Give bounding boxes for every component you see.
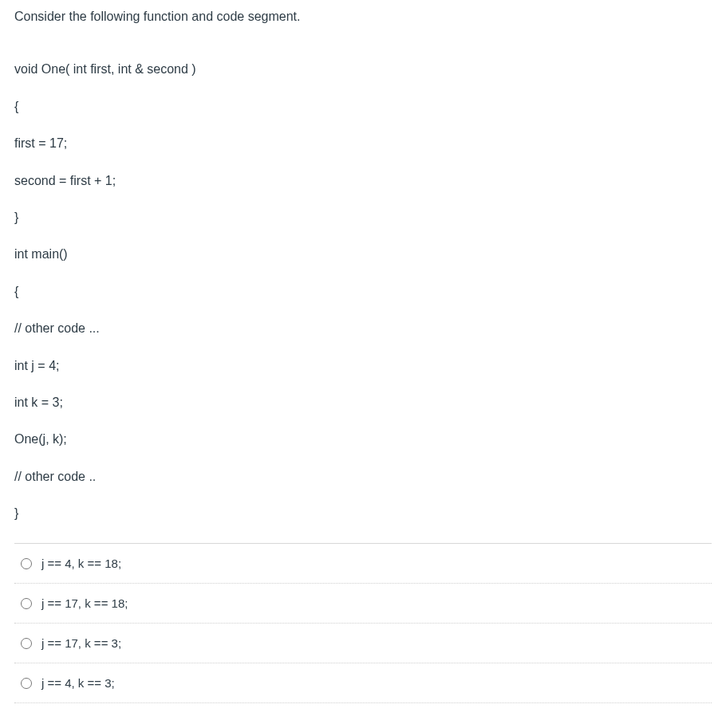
code-line: void One( int first, int & second ): [14, 61, 712, 78]
code-line: {: [14, 283, 712, 301]
answer-option[interactable]: j == 17, k == 18;: [14, 584, 712, 624]
code-line: second = first + 1;: [14, 172, 712, 190]
code-line: One(j, k);: [14, 431, 712, 448]
answer-label[interactable]: j == 17, k == 3;: [41, 635, 121, 651]
code-line: // other code ...: [14, 320, 712, 337]
question-stem: Consider the following function and code…: [14, 8, 712, 26]
code-line: int main(): [14, 246, 712, 263]
answer-option[interactable]: j == 17, k == 3;: [14, 624, 712, 663]
code-line: int j = 4;: [14, 357, 712, 375]
answer-radio[interactable]: [21, 638, 32, 649]
code-line: int k = 3;: [14, 394, 712, 411]
answer-radio[interactable]: [21, 678, 32, 689]
code-block: void One( int first, int & second ) { fi…: [14, 61, 712, 522]
answer-option[interactable]: j == 4, k == 18;: [14, 544, 712, 584]
answer-list: j == 4, k == 18; j == 17, k == 18; j == …: [14, 543, 712, 703]
code-line: {: [14, 98, 712, 116]
answer-label[interactable]: j == 17, k == 18;: [41, 595, 128, 612]
code-line: first = 17;: [14, 135, 712, 152]
answer-radio[interactable]: [21, 598, 32, 609]
code-line: }: [14, 209, 712, 226]
answer-label[interactable]: j == 4, k == 3;: [41, 675, 115, 691]
answer-label[interactable]: j == 4, k == 18;: [41, 555, 121, 572]
code-line: // other code ..: [14, 468, 712, 486]
answer-option[interactable]: j == 4, k == 3;: [14, 663, 712, 703]
answer-radio[interactable]: [21, 558, 32, 569]
code-line: }: [14, 505, 712, 522]
